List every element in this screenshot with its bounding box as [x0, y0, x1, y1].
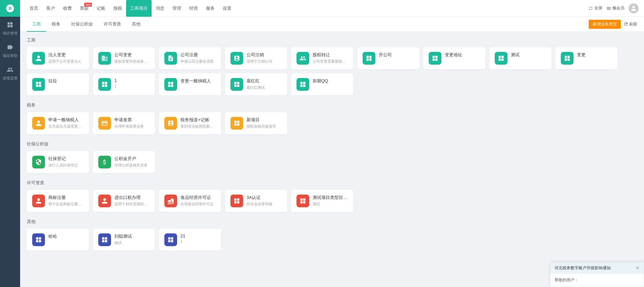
card-legal-change[interactable]: 法人变更 适用于公司变更法人	[27, 47, 89, 69]
sidebar-item-project-mgmt[interactable]: 项目管理	[0, 17, 20, 39]
card-lala[interactable]: 拉拉	[27, 73, 89, 95]
section-permit-cards: 商标注册 用于企业商标注册服务 进出口权办理 适用于对外贸易经营者	[27, 190, 637, 212]
card-gehonghong[interactable]: 葛红红 葛红红测试	[225, 73, 287, 95]
card-info: 申请发票 办理申请发票业务	[114, 117, 150, 129]
nav-home[interactable]: 首页	[25, 0, 42, 17]
nav-industry[interactable]: 工商项目	[126, 0, 152, 17]
card-icon	[164, 78, 177, 91]
fullscreen-btn[interactable]: 全屏	[588, 5, 602, 11]
card-info: 公司注册 申请公司注册全流程	[180, 52, 216, 64]
card-icon	[495, 52, 507, 65]
card-info: 法人变更 适用于公司变更法人	[48, 52, 84, 64]
card-icon	[230, 117, 243, 130]
card-desc: 股权变更外的业务变更	[114, 59, 150, 64]
card-info: 刘聪测试 测试	[114, 233, 150, 245]
card-change-address[interactable]: 变更地址	[423, 47, 485, 69]
card-icon	[230, 195, 243, 207]
tab-tax[interactable]: 税务	[46, 17, 66, 32]
card-test-type[interactable]: 测试项目类型目定义 测试	[291, 190, 353, 212]
card-info: 公司变更 股权变更外的业务变更	[114, 52, 150, 64]
card-title: 3A认证	[247, 195, 282, 201]
card-title: 测试项目类型目定义	[313, 195, 348, 201]
card-fund-open[interactable]: 公积金开户 办理公积金相关业务	[93, 151, 155, 173]
sidebar-item-label: 进度监测	[3, 76, 17, 81]
card-equity-transfer[interactable]: 股权转让 公司变更需要股权转让	[291, 47, 353, 69]
card-title: 社保登记	[48, 156, 84, 162]
card-apply-invoice[interactable]: 申请发票 办理申请发票业务	[93, 112, 155, 134]
card-social-register[interactable]: 社保登记 进行人员社保登记	[27, 151, 89, 173]
card-desc: 进行人员社保登记	[48, 163, 84, 168]
card-title: 申请发票	[114, 117, 150, 123]
section-tax-cards: 申请一般纳税人 当月或次月成变更完成 申请发票 办理申请发票业务	[27, 112, 637, 134]
card-open-company[interactable]: 开公司	[357, 47, 419, 69]
card-info: 新项目 报税加税控盘保管	[247, 117, 282, 129]
card-icon	[32, 52, 45, 65]
tab-other[interactable]: 其他	[126, 17, 146, 32]
card-title: 拉拉	[48, 78, 84, 84]
card-one[interactable]: 1 1	[93, 73, 155, 95]
card-icon	[32, 78, 45, 91]
card-liucong-test[interactable]: 刘聪测试 测试	[93, 229, 155, 251]
card-qq[interactable]: 前期QQ	[291, 73, 353, 95]
card-company-register[interactable]: 公司注册 申请公司注册全流程	[159, 47, 221, 69]
main-wrapper: 首页 客户 收费 票据 new 记账 报税 工商项目 消息 管理 经营 服务 设…	[20, 0, 644, 287]
card-change-taxpayer[interactable]: 变更一般纳税人	[159, 73, 221, 95]
card-icon	[98, 117, 111, 130]
card-new-project[interactable]: 新项目 报税加税控盘保管	[225, 112, 287, 134]
card-desc: 用于企业商标注册服务	[48, 202, 84, 207]
card-title: 进出口权办理	[114, 195, 150, 201]
nav-fee[interactable]: 收费	[59, 0, 76, 17]
member-btn[interactable]: 畅会员	[606, 5, 625, 11]
nav-client[interactable]: 客户	[42, 0, 59, 17]
card-info: 前期QQ	[313, 78, 348, 85]
card-apply-taxpayer[interactable]: 申请一般纳税人 当月或次月成变更完成	[27, 112, 89, 134]
card-3a-cert[interactable]: 3A认证 对企业信誉评级	[225, 190, 287, 212]
card-company-cancel[interactable]: 公司注销 适用于注销公司	[225, 47, 287, 69]
card-icon	[363, 52, 375, 65]
nav-manage[interactable]: 管理	[168, 0, 185, 17]
section-title-industry: 工商	[27, 37, 637, 43]
card-trademark[interactable]: 商标注册 用于企业商标注册服务	[27, 190, 89, 212]
card-info: 3A认证 对企业信誉评级	[247, 195, 282, 207]
card-title: 1	[114, 78, 150, 83]
nav-message[interactable]: 消息	[152, 0, 168, 17]
card-21[interactable]: 21 1	[159, 229, 221, 251]
card-tax-accounting[interactable]: 税务报道+记账 拿到营业执照的新公司	[159, 112, 221, 134]
tab-social[interactable]: 社保公积金	[66, 17, 98, 32]
sidebar-item-project-type[interactable]: 项目类型	[0, 39, 20, 62]
card-haha[interactable]: 哈哈	[27, 229, 89, 251]
nav-tax[interactable]: 报税	[109, 0, 126, 17]
section-industry-cards: 法人变更 适用于公司变更法人 公司变更 股权变更外的业务变更	[27, 47, 637, 95]
card-company-change[interactable]: 公司变更 股权变更外的业务变更	[93, 47, 155, 69]
tab-permit[interactable]: 许可资质	[98, 17, 126, 32]
card-title: 哈哈	[48, 233, 84, 239]
section-title-other: 其他	[27, 219, 637, 225]
card-title: 公司注册	[180, 52, 216, 58]
nav-settings[interactable]: 设置	[219, 0, 235, 17]
card-import-export[interactable]: 进出口权办理 适用于对外贸易经营者	[93, 190, 155, 212]
card-change2[interactable]: 变更	[555, 47, 618, 69]
nav-accounting[interactable]: 记账	[93, 0, 109, 17]
card-test[interactable]: 测试	[489, 47, 551, 69]
card-icon	[297, 78, 309, 91]
card-icon	[230, 52, 243, 65]
card-info: 开公司	[379, 52, 414, 59]
user-avatar[interactable]	[629, 3, 639, 13]
add-type-button[interactable]: 新增业务类型	[589, 20, 621, 29]
refresh-button[interactable]: 刷新	[624, 21, 637, 27]
chat-close-button[interactable]: ✕	[636, 265, 640, 271]
tab-industry[interactable]: 工商	[27, 17, 46, 32]
nav-ticket[interactable]: 票据 new	[76, 0, 93, 17]
card-info: 测试	[511, 52, 546, 59]
nav-service[interactable]: 服务	[202, 0, 219, 17]
sidebar-item-progress[interactable]: 进度监测	[0, 62, 20, 84]
chat-popup-header: 河北税务数字账户升级影响通知 ✕	[550, 263, 644, 274]
card-icon	[297, 195, 309, 207]
card-info: 申请一般纳税人 当月或次月成变更完成	[48, 117, 84, 129]
nav-operation[interactable]: 经营	[185, 0, 202, 17]
card-title: 新项目	[247, 117, 282, 123]
card-food-permit[interactable]: 食品经营许可证 办理食品经营许可证	[159, 190, 221, 212]
card-info: 进出口权办理 适用于对外贸易经营者	[114, 195, 150, 207]
card-icon	[297, 52, 309, 65]
new-badge: new	[84, 3, 92, 7]
